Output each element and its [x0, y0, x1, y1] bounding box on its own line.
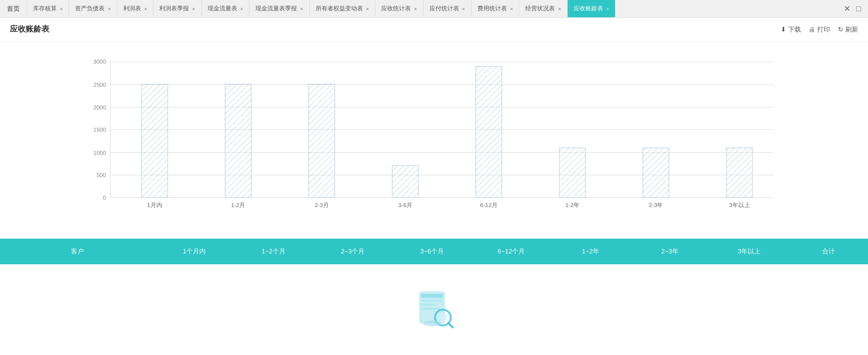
tab-close-icon[interactable]: ×: [240, 6, 243, 12]
tab-balance-sheet[interactable]: 资产负债表 ×: [69, 0, 117, 18]
svg-rect-25: [421, 294, 443, 298]
refresh-icon: ↻: [838, 26, 843, 33]
tab-bar: 首页 库存核算 × 资产负债表 × 利润表 × 利润表季报 × 现金流量表 × …: [0, 0, 868, 18]
table-header: 客户 1个月内 1~2个月 2~3个月 3~6个月 6~12个月 1~2年 2~…: [0, 239, 868, 264]
tab-equity[interactable]: 所有者权益变动表 ×: [310, 0, 375, 18]
svg-point-32: [423, 320, 441, 326]
tab-close-icon[interactable]: ×: [414, 6, 417, 12]
svg-text:3年以上: 3年以上: [729, 202, 750, 208]
svg-rect-26: [421, 300, 443, 302]
tab-ap-stats[interactable]: 应付统计表 ×: [424, 0, 471, 18]
col-3plus-year: 3年以上: [710, 247, 789, 256]
svg-text:3-6月: 3-6月: [398, 202, 412, 208]
tab-cashflow[interactable]: 现金流量表 ×: [202, 0, 250, 18]
window-close-icon[interactable]: ✕: [841, 4, 853, 13]
svg-rect-28: [421, 308, 440, 310]
tab-profit-quarterly[interactable]: 利润表季报 ×: [153, 0, 201, 18]
svg-text:3000: 3000: [93, 58, 106, 65]
window-maximize-icon[interactable]: □: [853, 4, 864, 13]
tab-close-icon[interactable]: ×: [144, 6, 147, 12]
tab-ar-stats[interactable]: 应收统计表 ×: [375, 0, 423, 18]
tab-close-icon[interactable]: ×: [108, 6, 110, 12]
svg-text:6-12月: 6-12月: [480, 202, 498, 208]
svg-text:0: 0: [103, 194, 107, 201]
tab-close-icon[interactable]: ×: [510, 6, 513, 12]
empty-state: [0, 264, 868, 355]
col-customer: 客户: [0, 247, 154, 256]
tab-home[interactable]: 首页: [0, 0, 27, 18]
bar-3-6month: [392, 166, 418, 198]
svg-rect-27: [421, 304, 436, 306]
svg-line-31: [448, 323, 453, 327]
svg-point-30: [438, 313, 448, 322]
tab-close-icon[interactable]: ×: [558, 6, 561, 12]
bar-3plus-year: [726, 148, 753, 198]
bar-1-2year: [559, 148, 585, 198]
svg-text:2500: 2500: [93, 81, 106, 88]
bar-1-2month: [225, 84, 251, 198]
bar-2-3year: [643, 148, 669, 198]
col-total: 合计: [789, 247, 868, 256]
tab-close-icon[interactable]: ×: [300, 6, 303, 12]
bar-chart: 0 500 1000 1500 2000 2500 3000 1月内 1-2月 …: [20, 51, 848, 229]
tab-close-icon[interactable]: ×: [606, 6, 609, 12]
tab-ar-aging[interactable]: 应收账龄表 ×: [568, 0, 615, 18]
svg-text:500: 500: [97, 172, 107, 178]
bar-2-3month: [309, 84, 335, 198]
col-3-6month: 3~6个月: [393, 247, 472, 256]
col-1-2year: 1~2年: [551, 247, 630, 256]
page-actions: ⬇ 下载 🖨 打印 ↻ 刷新: [781, 25, 858, 34]
page-title: 应收账龄表: [10, 24, 49, 35]
tab-close-icon[interactable]: ×: [192, 6, 195, 12]
tab-expense-stats[interactable]: 费用统计表 ×: [471, 0, 519, 18]
tab-close-icon[interactable]: ×: [462, 6, 465, 12]
col-2-3year: 2~3年: [630, 247, 710, 256]
col-6-12month: 6~12个月: [471, 247, 551, 256]
download-button[interactable]: ⬇ 下载: [781, 25, 801, 34]
svg-text:2-3月: 2-3月: [315, 202, 329, 208]
svg-text:1-2年: 1-2年: [565, 202, 579, 208]
print-button[interactable]: 🖨 打印: [809, 25, 830, 34]
col-2-3month: 2~3个月: [313, 247, 393, 256]
bar-1month: [142, 84, 168, 198]
download-icon: ⬇: [781, 26, 786, 33]
col-1-2month: 1~2个月: [234, 247, 313, 256]
tab-close-icon[interactable]: ×: [366, 6, 369, 12]
tab-operations[interactable]: 经营状况表 ×: [519, 0, 567, 18]
tab-cashflow-quarterly[interactable]: 现金流量表季报 ×: [250, 0, 309, 18]
main-content: 0 500 1000 1500 2000 2500 3000 1月内 1-2月 …: [0, 41, 868, 355]
svg-text:1-2月: 1-2月: [231, 202, 246, 208]
bar-6-12month: [476, 67, 502, 198]
chart-area: 0 500 1000 1500 2000 2500 3000 1月内 1-2月 …: [0, 41, 868, 239]
page-header: 应收账龄表 ⬇ 下载 🖨 打印 ↻ 刷新: [0, 18, 868, 41]
empty-icon: [409, 284, 459, 333]
col-1month: 1个月内: [154, 247, 234, 256]
svg-text:1000: 1000: [93, 149, 106, 156]
refresh-button[interactable]: ↻ 刷新: [838, 25, 858, 34]
tab-profit[interactable]: 利润表 ×: [117, 0, 153, 18]
tab-close-icon[interactable]: ×: [60, 6, 63, 12]
svg-text:2000: 2000: [93, 104, 106, 110]
print-icon: 🖨: [809, 26, 815, 33]
tab-inventory[interactable]: 库存核算 ×: [27, 0, 69, 18]
window-actions: ✕ □: [837, 4, 868, 13]
svg-text:1月内: 1月内: [147, 202, 162, 208]
svg-text:2-3年: 2-3年: [649, 202, 663, 208]
svg-text:1500: 1500: [93, 126, 106, 133]
